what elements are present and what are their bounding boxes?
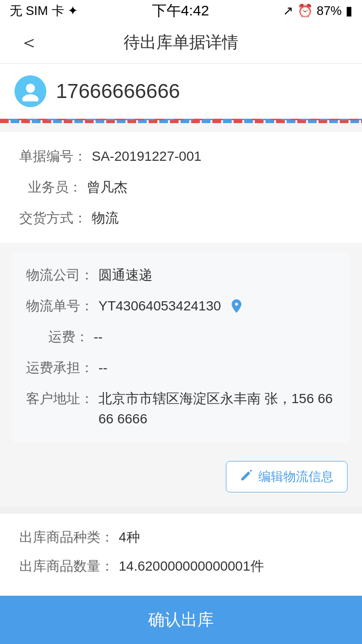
page-title: 待出库单据详情	[124, 31, 238, 54]
freight-bearer-label: 运费承担：	[26, 358, 94, 378]
logistics-company-label: 物流公司：	[26, 265, 94, 285]
sales-person-value: 曾凡杰	[87, 177, 343, 197]
confirm-label: 确认出库	[148, 609, 214, 631]
customer-header: 17666666666	[0, 64, 362, 120]
alarm-icon: ⏰	[297, 3, 313, 18]
freight-bearer-row: 运费承担： --	[26, 358, 336, 378]
section-divider	[0, 507, 362, 514]
delivery-method-label: 交货方式：	[19, 208, 87, 228]
customer-phone: 17666666666	[56, 80, 180, 103]
delivery-method-value: 物流	[92, 208, 343, 228]
location-icon: ↗	[283, 3, 293, 18]
address-label: 客户地址：	[26, 389, 94, 409]
product-quantity-label: 出库商品数量：	[19, 557, 114, 575]
sales-person-label: 业务员：	[19, 177, 82, 197]
delivery-method-row: 交货方式： 物流	[19, 208, 343, 228]
edit-logistics-button[interactable]: 编辑物流信息	[226, 461, 348, 492]
logistics-company-value: 圆通速递	[98, 265, 336, 285]
order-number-label: 单据编号：	[19, 146, 87, 167]
product-type-label: 出库商品种类：	[19, 528, 114, 546]
svg-point-0	[26, 84, 35, 93]
nav-bar: ＜ 待出库单据详情	[0, 21, 362, 64]
logistics-card: 物流公司： 圆通速递 物流单号： YT43064053424130 运费： --…	[12, 252, 350, 443]
product-type-value: 4种	[119, 528, 140, 546]
basic-info-section: 单据编号： SA-20191227-001 业务员： 曾凡杰 交货方式： 物流	[0, 132, 362, 243]
product-quantity-value: 14.620000000000001件	[119, 557, 264, 575]
freight-row: 运费： --	[26, 327, 336, 347]
map-pin-icon[interactable]	[228, 297, 245, 315]
avatar	[14, 75, 46, 107]
status-right: ↗ ⏰ 87% ▮	[283, 3, 352, 18]
address-value: 北京市市辖区海淀区永丰南 张，156 6666 6666	[98, 389, 336, 429]
freight-bearer-value: --	[98, 358, 336, 378]
sim-status: 无 SIM 卡 ✦	[10, 2, 78, 19]
status-left: 无 SIM 卡 ✦	[10, 2, 78, 19]
confirm-button[interactable]: 确认出库	[0, 596, 362, 644]
edit-icon	[240, 468, 253, 485]
product-quantity-row: 出库商品数量： 14.620000000000001件	[19, 557, 343, 575]
battery-status: 87%	[317, 3, 342, 18]
user-icon	[20, 81, 41, 101]
order-number-value: SA-20191227-001	[92, 146, 343, 167]
status-time: 下午4:42	[152, 1, 209, 21]
address-row: 客户地址： 北京市市辖区海淀区永丰南 张，156 6666 6666	[26, 389, 336, 429]
freight-value: --	[94, 327, 336, 347]
sales-person-row: 业务员： 曾凡杰	[19, 177, 343, 197]
tracking-number-row: 物流单号： YT43064053424130	[26, 296, 336, 316]
status-bar: 无 SIM 卡 ✦ 下午4:42 ↗ ⏰ 87% ▮	[0, 0, 362, 21]
product-section: 出库商品种类： 4种 出库商品数量： 14.620000000000001件	[0, 514, 362, 590]
logistics-company-row: 物流公司： 圆通速递	[26, 265, 336, 285]
edit-button-row: 编辑物流信息	[0, 451, 362, 507]
edit-button-label: 编辑物流信息	[258, 468, 334, 485]
svg-point-1	[22, 94, 39, 101]
dashed-separator	[0, 120, 362, 123]
product-type-row: 出库商品种类： 4种	[19, 528, 343, 546]
battery-icon: ▮	[346, 3, 352, 18]
back-button[interactable]: ＜	[14, 24, 43, 60]
freight-label: 运费：	[26, 327, 89, 347]
tracking-number-value: YT43064053424130	[98, 296, 336, 316]
tracking-number-label: 物流单号：	[26, 296, 94, 316]
order-number-row: 单据编号： SA-20191227-001	[19, 146, 343, 167]
